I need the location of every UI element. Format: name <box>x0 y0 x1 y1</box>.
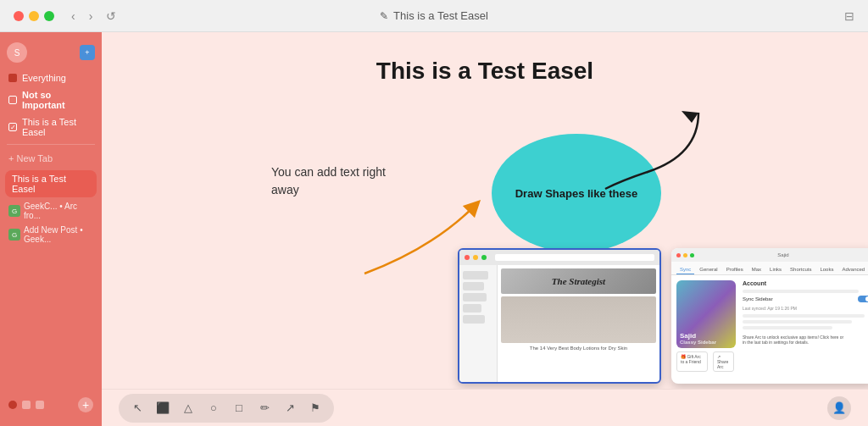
geekc-icon: G <box>8 205 20 217</box>
ss-green-dot <box>481 255 487 260</box>
profile-sub-text: Classy Sidebar <box>680 340 716 345</box>
arc-setting-row-sync: Sync Sidebar <box>743 296 868 302</box>
active-tab[interactable]: This is a Test Easel <box>5 170 97 197</box>
select-tool-button[interactable]: ↖ <box>127 398 147 418</box>
title-text: This is a Test Easel <box>393 9 488 22</box>
arc-profile-name: Sajid Classy Sidebar <box>680 332 716 345</box>
maximize-button[interactable] <box>44 11 54 21</box>
arc-tab-max[interactable]: Max <box>748 265 765 274</box>
add-post-icon: G <box>8 229 20 241</box>
arc-line-1 <box>743 290 859 293</box>
minimize-button[interactable] <box>29 11 39 21</box>
back-button[interactable]: ‹ <box>68 8 79 25</box>
canvas-area[interactable]: This is a Test Easel You can add text ri… <box>102 32 868 426</box>
sidebar-link-geekc[interactable]: G GeekC... • Arc fro... <box>0 199 102 223</box>
sidebar-link-label: Add New Post • Geek... <box>24 225 93 244</box>
ss-content: The Strategist The 14 Very Best Body Lot… <box>498 265 659 384</box>
arc-yellow-dot <box>683 253 687 257</box>
triangle-tool-button[interactable]: △ <box>178 398 198 418</box>
sidebar-item-everything[interactable]: Everything <box>0 69 102 86</box>
arc-toggle-sync[interactable] <box>858 296 868 302</box>
pen-tool-button[interactable]: ✏ <box>254 398 275 418</box>
dot-icon <box>8 74 17 82</box>
canvas-title: This is a Test Easel <box>102 32 868 102</box>
ss-header <box>459 250 659 265</box>
arc-line-4 <box>743 326 832 329</box>
status-square-2 <box>36 401 44 409</box>
arc-title-text: Sajid <box>697 252 868 257</box>
window-title: ✎ This is a Test Easel <box>380 9 488 22</box>
arc-share-text: Share Arc to unlock exclusive app items!… <box>743 335 868 345</box>
sidebar: S + Everything Not so Important ✓ This i… <box>0 32 102 426</box>
user-icon: 👤 <box>832 401 846 414</box>
sidebar-item-test-easel[interactable]: ✓ This is a Test Easel <box>0 113 102 141</box>
arc-profile-card: Sajid Classy Sidebar <box>676 280 736 348</box>
rectangle-tool-button[interactable]: □ <box>229 398 249 418</box>
bottom-toolbar: ↖ ⬛ △ ○ □ ✏ ↗ ⚑ 👤 <box>102 389 868 426</box>
ss-red-dot <box>465 255 470 260</box>
sidebar-profile-avatar[interactable]: S <box>7 42 27 63</box>
arc-body: Sajid Classy Sidebar 🎁 Gift Arc to a Fri… <box>671 275 868 384</box>
title-bar-left: ‹ › ↺ <box>14 8 120 25</box>
arc-tab-profiles[interactable]: Profiles <box>723 265 747 274</box>
arc-left-panel: Sajid Classy Sidebar 🎁 Gift Arc to a Fri… <box>671 275 739 384</box>
status-dot <box>8 401 17 409</box>
sidebar-top: S + <box>0 39 102 69</box>
title-bar-right: ⊟ <box>844 9 854 23</box>
refresh-button[interactable]: ↺ <box>103 8 120 25</box>
sidebar-bottom-icons <box>8 401 44 409</box>
active-tab-label: This is a Test Easel <box>12 174 66 194</box>
toolbar-tools: ↖ ⬛ △ ○ □ ✏ ↗ ⚑ <box>119 394 334 423</box>
new-tab-button[interactable]: + New Tab <box>0 148 102 169</box>
sidebar-badge: + <box>80 45 95 60</box>
arc-setting-label: Sync Sidebar <box>743 296 773 302</box>
share-arc-btn[interactable]: ↗ Share Arc <box>713 351 734 372</box>
ss-sidebar: The Strategist The 14 Very Best Body Lot… <box>459 265 659 384</box>
sidebar-link-label: GeekC... • Arc fro... <box>24 202 93 220</box>
strategist-screenshot[interactable]: The Strategist The 14 Very Best Body Lot… <box>458 248 661 384</box>
strategist-title: The Strategist <box>501 268 656 294</box>
arrow-tool-button[interactable]: ↗ <box>280 398 300 418</box>
new-tab-label: + New Tab <box>8 153 53 163</box>
circle-tool-button[interactable]: ○ <box>203 398 224 418</box>
arc-red-dot <box>676 253 681 257</box>
arc-tab-shortcuts[interactable]: Shortcuts <box>787 265 815 274</box>
forward-button[interactable]: › <box>86 8 97 25</box>
black-curved-arrow <box>580 104 715 206</box>
arc-line-3 <box>743 320 852 324</box>
ss-yellow-dot <box>473 255 478 260</box>
arc-title-bar: Sajid <box>671 248 868 262</box>
arc-account-label: Account <box>743 280 868 286</box>
ss-body-image <box>501 296 656 343</box>
image-tool-button[interactable]: ⬛ <box>153 398 173 418</box>
sidebar-item-label: Everything <box>22 73 66 83</box>
sidebar-link-add-post[interactable]: G Add New Post • Geek... <box>0 223 102 246</box>
check-filled-icon: ✓ <box>8 123 17 131</box>
gift-arc-btn[interactable]: 🎁 Gift Arc to a Friend <box>676 351 708 372</box>
sidebar-bottom: + <box>0 390 102 419</box>
check-icon <box>8 96 17 104</box>
close-button[interactable] <box>14 11 24 21</box>
arc-line-2 <box>743 314 865 318</box>
arc-nav-tabs: Sync General Profiles Max Links Shortcut… <box>671 262 868 275</box>
sidebar-add-button[interactable]: + <box>78 397 93 412</box>
sidebar-toggle-button[interactable]: ⊟ <box>844 9 854 23</box>
ss-left-nav <box>459 265 498 384</box>
sidebar-divider <box>7 144 95 145</box>
arc-tab-general[interactable]: General <box>696 265 721 274</box>
user-button[interactable]: 👤 <box>827 396 851 420</box>
arc-tab-links[interactable]: Links <box>766 265 785 274</box>
arc-tab-looks[interactable]: Looks <box>816 265 837 274</box>
sidebar-item-not-important[interactable]: Not so Important <box>0 86 102 113</box>
main-layout: S + Everything Not so Important ✓ This i… <box>0 32 868 426</box>
arc-screenshot[interactable]: Sajid Sync General Profiles Max Links Sh… <box>671 248 868 384</box>
title-bar: ‹ › ↺ ✎ This is a Test Easel ⊟ <box>0 0 868 32</box>
arc-tab-advanced[interactable]: Advanced <box>838 265 868 274</box>
status-square <box>22 401 31 409</box>
arc-tab-sync[interactable]: Sync <box>676 265 694 274</box>
profile-name-text: Sajid <box>680 332 716 340</box>
traffic-lights <box>14 11 54 21</box>
pin-tool-button[interactable]: ⚑ <box>305 398 326 418</box>
arc-right-panel: Account Sync Sidebar Last synced: Apr 19… <box>739 275 868 384</box>
ss-footer-text: The 14 Very Best Body Lotions for Dry Sk… <box>501 346 656 351</box>
